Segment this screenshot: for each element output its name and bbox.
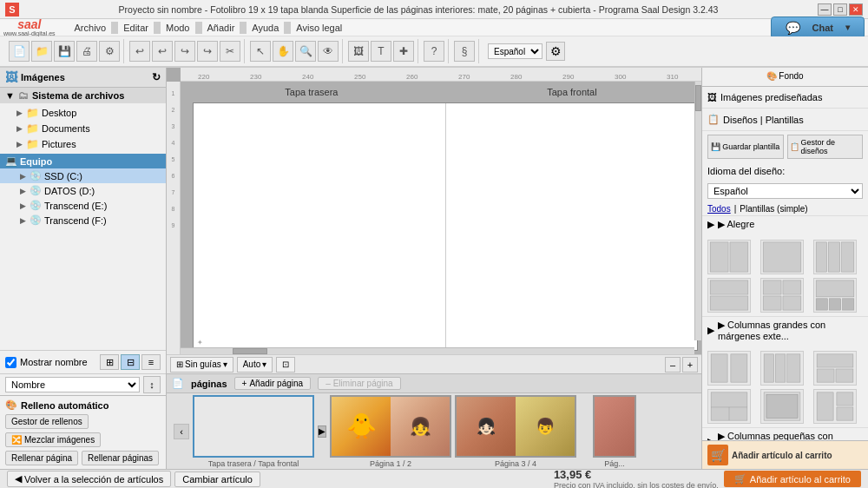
view-grid-small-button[interactable]: ⊞ bbox=[100, 354, 119, 370]
mezclar-imagenes-button[interactable]: 🔀 Mezclar imágenes bbox=[5, 432, 101, 447]
show-name-checkbox[interactable] bbox=[5, 357, 16, 368]
zoom-auto-button[interactable]: Auto ▾ bbox=[237, 357, 273, 373]
page-scroll-right-button[interactable]: ▶ bbox=[318, 397, 326, 465]
template-cg-6[interactable] bbox=[813, 389, 857, 424]
template-alegre-6[interactable] bbox=[813, 278, 857, 313]
tree-item-desktop[interactable]: ▶ 📁 Desktop bbox=[0, 105, 166, 121]
open-file-button[interactable]: 📁 bbox=[31, 41, 52, 62]
rellenar-paginas-button[interactable]: Rellenar páginas bbox=[82, 451, 159, 465]
change-article-button[interactable]: Cambiar artículo bbox=[174, 472, 260, 487]
template-alegre-4[interactable] bbox=[707, 278, 751, 313]
chat-button[interactable]: 💬 Chat ▾ bbox=[771, 16, 865, 39]
window-close-button[interactable]: ✕ bbox=[849, 3, 863, 16]
window-maximize-button[interactable]: □ bbox=[833, 3, 847, 16]
equipo-section-header[interactable]: 💻 Equipo bbox=[0, 154, 166, 168]
view-grid-medium-button[interactable]: ⊟ bbox=[121, 354, 140, 370]
alegre-section-header[interactable]: ▶ ▶ Alegre bbox=[702, 216, 868, 233]
page-thumb-cover[interactable]: Tapa trasera / Tapa frontal bbox=[193, 395, 314, 468]
new-file-button[interactable]: 📄 bbox=[9, 41, 30, 62]
template-cg-4[interactable] bbox=[707, 389, 751, 424]
template-alegre-3[interactable] bbox=[813, 240, 857, 274]
tree-item-pictures[interactable]: ▶ 📁 Pictures bbox=[0, 136, 166, 152]
tree-item-datos-d[interactable]: ▶ 💿 DATOS (D:) bbox=[0, 183, 166, 198]
zoom-glass-button[interactable]: 🔍 bbox=[295, 41, 316, 62]
back-to-selection-button[interactable]: ◀ Volver a la selección de artículos bbox=[7, 471, 171, 487]
hand-button[interactable]: ✋ bbox=[273, 41, 293, 62]
tree-item-ssd-c[interactable]: ▶ 💿 SSD (C:) bbox=[0, 168, 166, 183]
gestor-disenos-button[interactable]: 📋 Gestor de diseños bbox=[787, 135, 864, 159]
aviso-button[interactable]: § bbox=[454, 41, 475, 62]
columnas-pequenas-header[interactable]: ▶ ▶ Columnas pequeñas con márgenes ex... bbox=[702, 428, 868, 440]
sort-direction-button[interactable]: ↕ bbox=[143, 376, 161, 393]
menu-anadir[interactable]: Añadir bbox=[204, 23, 239, 33]
undo-button[interactable]: ↩ bbox=[129, 41, 150, 62]
menu-modo[interactable]: Modo bbox=[162, 23, 194, 33]
filter-todos-link[interactable]: Todos bbox=[707, 204, 731, 214]
template-cg-2[interactable] bbox=[760, 351, 804, 386]
redo-button[interactable]: ↪ bbox=[174, 41, 195, 62]
template-cg-svg-2 bbox=[761, 352, 803, 385]
horizontal-scrollbar[interactable] bbox=[181, 347, 694, 354]
zoom-in-button[interactable]: + bbox=[682, 357, 698, 373]
templates-scroll[interactable]: ▶ ▶ Alegre bbox=[702, 215, 868, 440]
add-page-button[interactable]: + Añadir página bbox=[234, 377, 312, 390]
menu-ayuda[interactable]: Ayuda bbox=[248, 23, 282, 33]
template-alegre-5[interactable] bbox=[760, 278, 804, 313]
tree-item-documents[interactable]: ▶ 📁 Documents bbox=[0, 121, 166, 136]
eye-button[interactable]: 👁 bbox=[318, 41, 339, 62]
template-alegre-2[interactable] bbox=[760, 240, 804, 274]
redo-button2[interactable]: ↪ bbox=[197, 41, 218, 62]
language-select[interactable]: Español English Deutsch bbox=[488, 43, 542, 59]
add-image-button[interactable]: 🖼 bbox=[348, 41, 369, 62]
page-thumb-3-4-img[interactable]: 👧🏻 👦 bbox=[455, 395, 576, 458]
design-language-select[interactable]: Español English bbox=[707, 183, 863, 199]
help-button[interactable]: ? bbox=[424, 41, 444, 62]
window-minimize-button[interactable]: — bbox=[818, 3, 832, 16]
images-refresh-button[interactable]: ↻ bbox=[152, 71, 161, 83]
print-button[interactable]: 🖨 bbox=[76, 41, 97, 62]
add-cart-right-label[interactable]: Añadir artículo al carrito bbox=[732, 451, 832, 460]
undo-button2[interactable]: ↩ bbox=[152, 41, 173, 62]
settings-button2[interactable]: ⚙ bbox=[99, 41, 120, 62]
vertical-scrollbar[interactable] bbox=[694, 82, 701, 340]
imagenes-section-title[interactable]: 🖼 Imágenes prediseñadas bbox=[707, 90, 863, 104]
rellenar-pagina-button[interactable]: Rellenar página bbox=[5, 451, 78, 465]
template-alegre-1[interactable] bbox=[707, 240, 751, 274]
tab-fondo[interactable]: 🎨 Fondo bbox=[702, 68, 868, 86]
menu-aviso-legal[interactable]: Aviso legal bbox=[293, 23, 345, 33]
guardar-plantilla-button[interactable]: 💾 Guardar plantilla bbox=[707, 135, 784, 159]
template-cg-5[interactable] bbox=[760, 389, 804, 424]
add-to-cart-button[interactable]: 🛒 Añadir artículo al carrito bbox=[724, 471, 861, 487]
settings-icon-button[interactable]: ⚙ bbox=[546, 42, 565, 61]
guides-button[interactable]: ⊞ Sin guías ▾ bbox=[170, 357, 233, 373]
page-thumb-next-img[interactable] bbox=[593, 395, 636, 458]
cursor-button[interactable]: ↖ bbox=[250, 41, 271, 62]
page-thumb-cover-img[interactable] bbox=[193, 395, 314, 458]
page-thumb-1-2[interactable]: 🐥 👧 Página 1 / 2 bbox=[330, 395, 451, 468]
columnas-grandes-header[interactable]: ▶ ▶ Columnas grandes con márgenes exte..… bbox=[702, 317, 868, 344]
filesystem-section-header[interactable]: ▼ 🗂 Sistema de archivos bbox=[0, 88, 166, 103]
remove-page-button[interactable]: – Eliminar página bbox=[318, 377, 401, 390]
tree-item-transcend-e[interactable]: ▶ 💿 Transcend (E:) bbox=[0, 198, 166, 213]
pages-scroll-left-button[interactable]: ‹ bbox=[174, 424, 189, 439]
svg-rect-10 bbox=[763, 296, 781, 310]
add-shape-button[interactable]: ✚ bbox=[393, 41, 414, 62]
template-cg-3[interactable] bbox=[813, 351, 857, 386]
sort-select[interactable]: Nombre bbox=[5, 377, 140, 392]
add-text-button[interactable]: T bbox=[371, 41, 391, 62]
spread-canvas[interactable]: ✦ bbox=[193, 102, 698, 351]
page-thumb-1-2-img[interactable]: 🐥 👧 bbox=[330, 395, 451, 458]
tree-item-transcend-f[interactable]: ▶ 💿 Transcend (F:) bbox=[0, 213, 166, 228]
view-list-button[interactable]: ≡ bbox=[141, 354, 161, 370]
save-file-button[interactable]: 💾 bbox=[54, 41, 75, 62]
page-thumb-next[interactable]: Pág... bbox=[580, 395, 649, 468]
crop-button[interactable]: ✂ bbox=[220, 41, 240, 62]
menu-archivo[interactable]: Archivo bbox=[71, 23, 110, 33]
zoom-out-button[interactable]: – bbox=[665, 357, 681, 373]
fit-button[interactable]: ⊡ bbox=[276, 357, 295, 373]
page-thumb-3-4[interactable]: 👧🏻 👦 Página 3 / 4 bbox=[455, 395, 576, 468]
template-cg-1[interactable] bbox=[707, 351, 751, 386]
disenos-section-title[interactable]: 📋 Diseños | Plantillas bbox=[707, 112, 863, 127]
gestor-rellenos-button[interactable]: Gestor de rellenos bbox=[5, 414, 89, 429]
menu-editar[interactable]: Editar bbox=[120, 23, 152, 33]
